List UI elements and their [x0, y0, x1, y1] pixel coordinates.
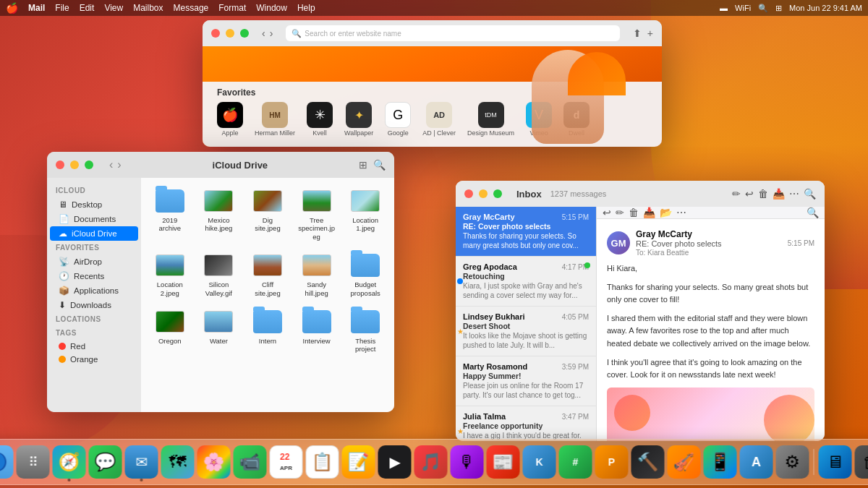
mail-reply-button[interactable]: ↩ [745, 188, 754, 200]
safari-address-bar[interactable]: 🔍 Search or enter website name [286, 25, 619, 41]
finder-search-button[interactable]: 🔍 [373, 159, 386, 171]
fav-design-museum[interactable]: tDM Design Museum [467, 102, 514, 137]
dock-numbers[interactable]: # [559, 445, 592, 479]
file-sandy-hill[interactable]: Sandy hill.jpeg [295, 249, 339, 300]
mail-detail-folder-btn[interactable]: 📂 [660, 207, 672, 218]
menubar-view[interactable]: View [104, 3, 123, 13]
sidebar-item-downloads[interactable]: ⬇ Downloads [50, 298, 138, 312]
file-thesis-project[interactable]: Thesis project [344, 306, 387, 356]
dock-system-preferences[interactable]: ⚙ [776, 445, 809, 479]
fav-ad-clever[interactable]: AD AD | Clever [422, 102, 456, 137]
safari-forward-button[interactable]: › [270, 27, 273, 39]
apple-menu-icon[interactable]: 🍎 [6, 2, 18, 14]
sidebar-item-icloud-drive[interactable]: ☁ iCloud Drive [50, 226, 138, 241]
finder-view-options[interactable]: ⊞ [359, 159, 367, 171]
safari-fullscreen-button[interactable] [240, 29, 249, 38]
mail-detail-search-btn[interactable]: 🔍 [807, 207, 819, 218]
sidebar-item-applications[interactable]: 📦 Applications [50, 283, 138, 298]
mail-item-greg-apodaca[interactable]: Greg Apodaca 4:17 PM Retouching Kiara, I… [456, 257, 596, 307]
menubar-help[interactable]: Help [297, 3, 315, 13]
dock-pages[interactable]: P [595, 445, 629, 479]
file-tree-specimen[interactable]: Tree specimen.jpeg [295, 185, 339, 244]
dock-apple-tv[interactable]: ▶ [378, 445, 412, 479]
mail-fullscreen-button[interactable] [493, 189, 502, 198]
search-icon[interactable]: 🔍 [758, 4, 768, 13]
finder-close-button[interactable] [56, 160, 64, 169]
sidebar-item-documents[interactable]: 📄 Documents [50, 212, 138, 226]
mail-close-button[interactable] [464, 189, 473, 198]
sidebar-item-desktop[interactable]: 🖥 Desktop [50, 197, 138, 212]
finder-minimize-button[interactable] [70, 160, 79, 169]
dock-podcasts[interactable]: 🎙 [451, 445, 484, 479]
safari-close-button[interactable] [211, 29, 220, 38]
dock-notes[interactable]: 📝 [342, 445, 375, 479]
menubar-format[interactable]: Format [218, 3, 246, 13]
mail-detail-compose-btn[interactable]: ✏ [616, 207, 624, 218]
file-2019-archive[interactable]: 2019 archive [148, 185, 192, 244]
sidebar-item-airdrop[interactable]: 📡 AirDrop [50, 254, 138, 269]
mail-item-marty-rosamond[interactable]: Marty Rosamond 3:59 PM Happy Summer! Ple… [456, 356, 596, 406]
dock-calendar[interactable]: 22APR [270, 445, 303, 479]
file-water[interactable]: Water [197, 306, 241, 356]
menubar-app-name[interactable]: Mail [28, 3, 45, 13]
mail-detail-trash-btn[interactable]: 🗑 [629, 207, 639, 218]
dock-safari[interactable]: 🧭 [53, 445, 86, 479]
mail-search-button[interactable]: 🔍 [804, 188, 816, 200]
menubar-edit[interactable]: Edit [80, 3, 95, 13]
dock-xcode[interactable]: 🔨 [631, 445, 665, 479]
sidebar-tag-red[interactable]: Red [50, 340, 138, 353]
mail-item-lindsey-bukhari[interactable]: ★ Lindsey Bukhari 4:05 PM Desert Shoot I… [456, 307, 596, 356]
safari-share-button[interactable]: ⬆ [633, 27, 642, 39]
finder-forward-button[interactable]: › [117, 159, 121, 171]
dock-finder[interactable]: 🔵 [0, 445, 14, 479]
mail-detail-archive-btn[interactable]: 📥 [643, 207, 655, 218]
fav-apple[interactable]: 🍎 Apple [217, 102, 243, 137]
file-intern[interactable]: Intern [246, 306, 289, 356]
mail-item-julia-talma[interactable]: ★ Julia Talma 3:47 PM Freelance opportun… [456, 406, 596, 441]
fav-kvell[interactable]: ✳ Kvell [307, 102, 333, 137]
dock-music[interactable]: 🎵 [414, 445, 448, 479]
safari-minimize-button[interactable] [226, 29, 234, 38]
file-location-2[interactable]: Location 2.jpeg [148, 249, 192, 300]
file-budget-proposals[interactable]: Budget proposals [344, 249, 387, 300]
fav-wallpaper[interactable]: ✦ Wallpaper [344, 102, 373, 137]
fav-google[interactable]: G Google [385, 102, 411, 137]
file-mexico-hike[interactable]: Mexico hike.jpeg [197, 185, 241, 244]
mail-item-gray-mccarty[interactable]: Gray McCarty 5:15 PM RE: Cover photo sel… [456, 207, 596, 257]
file-silicon-valley[interactable]: Silicon Valley.gif [197, 249, 241, 300]
menubar-mailbox[interactable]: Mailbox [133, 3, 163, 13]
finder-fullscreen-button[interactable] [85, 160, 93, 169]
file-dig-site[interactable]: Dig site.jpeg [246, 185, 289, 244]
dock-messages[interactable]: 💬 [89, 445, 122, 479]
mail-detail-reply-btn[interactable]: ↩ [603, 207, 611, 218]
dock-photos[interactable]: 🌸 [197, 445, 231, 479]
finder-back-button[interactable]: ‹ [109, 159, 113, 171]
sidebar-item-recents[interactable]: 🕐 Recents [50, 269, 138, 283]
mail-archive-button[interactable]: 📥 [773, 188, 785, 200]
dock-appstore[interactable]: A [740, 445, 773, 479]
dock-mail[interactable]: ✉ [125, 445, 158, 479]
file-oregon[interactable]: Oregon [148, 306, 192, 356]
dock-keynote[interactable]: K [523, 445, 556, 479]
mail-delete-button[interactable]: 🗑 [758, 188, 768, 200]
dock-instruments[interactable]: 🎻 [668, 445, 701, 479]
fav-herman-miller[interactable]: HM Herman Miller [255, 102, 295, 137]
file-interview[interactable]: Interview [295, 306, 339, 356]
mail-more-button[interactable]: ⋯ [789, 188, 799, 200]
dock-facetime[interactable]: 📹 [234, 445, 267, 479]
mail-minimize-button[interactable] [479, 189, 488, 198]
file-location-1[interactable]: Location 1.jpeg [344, 185, 387, 244]
dock-desktop-stack[interactable]: 🖥 [819, 445, 852, 479]
dock-reminders[interactable]: 📋 [306, 445, 339, 479]
dock-news[interactable]: 📰 [487, 445, 520, 479]
file-cliff-site[interactable]: Cliff site.jpeg [246, 249, 289, 300]
menubar-window[interactable]: Window [256, 3, 287, 13]
menubar-file[interactable]: File [55, 3, 69, 13]
dock-trash[interactable]: 🗑 [855, 445, 869, 479]
sidebar-tag-orange[interactable]: Orange [50, 353, 138, 366]
menubar-message[interactable]: Message [174, 3, 209, 13]
mail-compose-icon[interactable]: ✏ [732, 188, 741, 200]
dock-maps[interactable]: 🗺 [161, 445, 195, 479]
safari-back-button[interactable]: ‹ [262, 27, 265, 39]
mail-detail-more-btn[interactable]: ⋯ [676, 207, 686, 218]
